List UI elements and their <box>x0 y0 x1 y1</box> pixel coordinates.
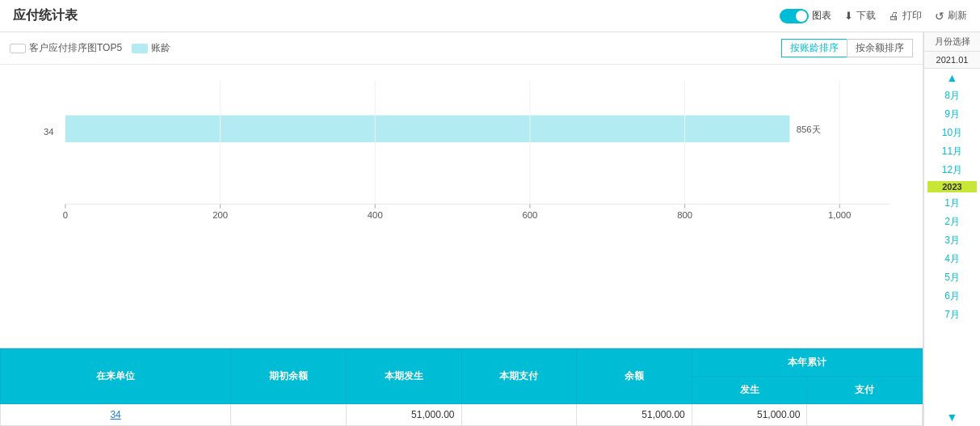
table-container: 在来单位 期初余额 本期发生 本期支付 余额 本年累计 发生 支付 <box>0 348 923 426</box>
download-label: 下载 <box>856 9 876 23</box>
legend-item-1: 客户应付排序图TOP5 <box>10 41 122 55</box>
refresh-icon <box>935 10 944 23</box>
month-item[interactable]: 7月 <box>924 306 980 324</box>
unit-link[interactable]: 34 <box>110 409 120 420</box>
right-sidebar: 月份选择 2021.01 ▲ 8月9月10月11月12月20231月2月3月4月… <box>923 32 980 426</box>
download-button[interactable]: 下载 <box>844 9 876 23</box>
sort-by-age-button[interactable]: 按账龄排序 <box>781 39 847 57</box>
sort-buttons: 按账龄排序 按余额排序 <box>781 39 913 57</box>
chart-toggle[interactable] <box>780 9 809 23</box>
legend-label-2: 账龄 <box>151 41 170 55</box>
svg-text:800: 800 <box>677 210 692 220</box>
chart-legend: 客户应付排序图TOP5 账龄 <box>10 41 170 55</box>
legend-label-1: 客户应付排序图TOP5 <box>29 41 122 55</box>
col-unit-header: 在来单位 <box>1 349 231 404</box>
month-item[interactable]: 8月 <box>924 86 980 105</box>
download-icon <box>844 10 853 22</box>
month-item[interactable]: 12月 <box>924 161 980 179</box>
col-balance-header: 余额 <box>577 349 692 404</box>
cell-balance: 51,000.00 <box>577 404 692 426</box>
month-item[interactable]: 5月 <box>924 268 980 287</box>
cell-payment <box>461 404 577 426</box>
col-ytd-payment-header: 支付 <box>807 377 923 404</box>
cell-ytd-occurrence: 51,000.00 <box>692 404 807 426</box>
chart-toggle-label: 图表 <box>812 9 831 23</box>
chart-toggle-wrap: 图表 <box>780 9 831 23</box>
app-container: 应付统计表 图表 下载 打印 刷新 <box>0 0 980 426</box>
svg-text:34: 34 <box>44 127 54 137</box>
cell-opening-balance <box>231 404 347 426</box>
svg-text:600: 600 <box>522 210 537 220</box>
col-payment-header: 本期支付 <box>461 349 577 404</box>
month-item[interactable]: 2月 <box>924 213 980 231</box>
refresh-button[interactable]: 刷新 <box>935 9 967 23</box>
month-item[interactable]: 11月 <box>924 142 980 161</box>
legend-item-2: 账龄 <box>132 41 170 55</box>
main-content: 客户应付排序图TOP5 账龄 按账龄排序 按余额排序 34 <box>0 32 980 426</box>
print-label: 打印 <box>902 9 922 23</box>
legend-color-2 <box>132 44 148 53</box>
svg-text:856天: 856天 <box>797 124 821 134</box>
month-item[interactable]: 4月 <box>924 250 980 268</box>
table-row: 34 51,000.00 51,000.00 51,000.00 <box>1 404 923 426</box>
col-ytd-header: 本年累计 <box>692 349 922 377</box>
svg-text:200: 200 <box>212 210 228 220</box>
header: 应付统计表 图表 下载 打印 刷新 <box>0 0 980 32</box>
print-icon <box>889 10 899 22</box>
print-button[interactable]: 打印 <box>889 9 922 23</box>
chart-area: 客户应付排序图TOP5 账龄 按账龄排序 按余额排序 34 <box>0 32 923 426</box>
page-title: 应付统计表 <box>13 7 78 24</box>
month-item[interactable]: 2023 <box>927 181 977 192</box>
data-table: 在来单位 期初余额 本期发生 本期支付 余额 本年累计 发生 支付 <box>0 348 923 426</box>
cell-unit: 34 <box>1 404 231 426</box>
month-item[interactable]: 10月 <box>924 124 980 142</box>
scroll-down-button[interactable]: ▼ <box>924 408 980 426</box>
sidebar-scroll: ▲ 8月9月10月11月12月20231月2月3月4月5月6月7月 ▼ <box>924 69 980 426</box>
col-occurrence-header: 本期发生 <box>346 349 461 404</box>
svg-rect-1 <box>65 116 790 142</box>
month-list: 8月9月10月11月12月20231月2月3月4月5月6月7月 <box>924 86 980 408</box>
refresh-label: 刷新 <box>948 9 967 23</box>
cell-ytd-payment <box>807 404 923 426</box>
chart-svg: 34 856天 0 200 400 600 <box>40 73 915 251</box>
cell-occurrence: 51,000.00 <box>346 404 461 426</box>
scroll-up-button[interactable]: ▲ <box>924 69 980 86</box>
sidebar-current-date: 2021.01 <box>924 52 980 69</box>
svg-text:400: 400 <box>368 210 383 220</box>
month-item[interactable]: 3月 <box>924 231 980 250</box>
header-actions: 图表 下载 打印 刷新 <box>780 9 967 23</box>
chart-canvas: 34 856天 0 200 400 600 <box>0 65 923 348</box>
month-item[interactable]: 1月 <box>924 194 980 213</box>
month-item[interactable]: 6月 <box>924 287 980 306</box>
col-opening-header: 期初余额 <box>231 349 347 404</box>
sort-by-balance-button[interactable]: 按余额排序 <box>847 39 913 57</box>
col-ytd-occurrence-header: 发生 <box>692 377 807 404</box>
legend-color-1 <box>10 44 26 53</box>
sidebar-header-label: 月份选择 <box>924 32 980 52</box>
svg-text:0: 0 <box>63 210 68 220</box>
svg-text:1,000: 1,000 <box>828 210 851 220</box>
month-item[interactable]: 9月 <box>924 105 980 124</box>
chart-header: 客户应付排序图TOP5 账龄 按账龄排序 按余额排序 <box>0 32 923 65</box>
